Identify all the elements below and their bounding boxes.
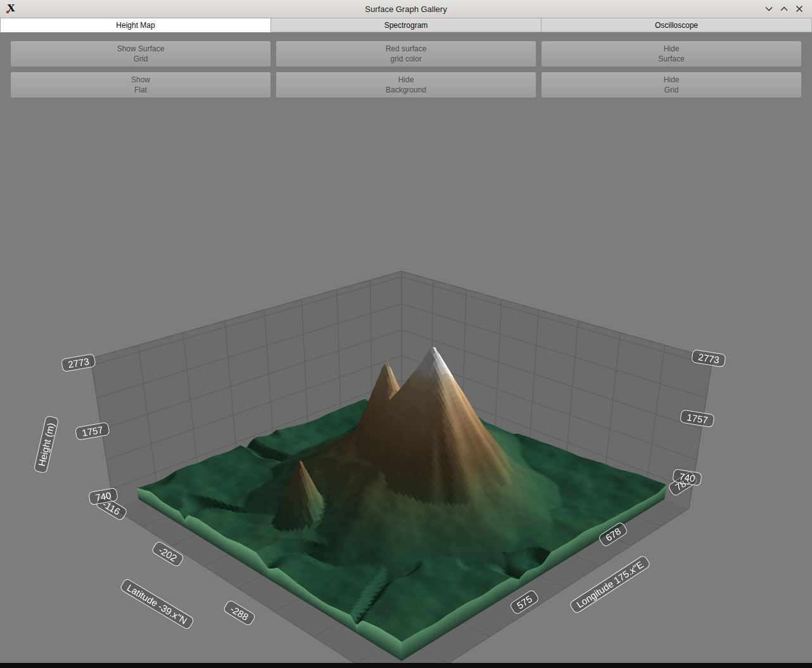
button-label: grid color [276,54,536,64]
bottom-screen-strip [0,663,812,668]
height-map-pane: Show Surface Grid Red surface grid color… [0,32,812,668]
titlebar: X Surface Graph Gallery [0,0,812,18]
surface-3d-plot[interactable] [0,134,812,668]
button-label: Grid [11,54,270,64]
button-label: Show [11,75,270,85]
tab-bar: Height Map Spectrogram Oscilloscope [0,18,812,32]
button-label: Hide [276,75,536,85]
control-button-grid: Show Surface Grid Red surface grid color… [10,41,802,98]
button-label: Flat [11,85,270,95]
surface-grid-color-button[interactable]: Red surface grid color [276,41,536,67]
hide-surface-button[interactable]: Hide Surface [541,41,802,67]
button-label: Red surface [276,44,536,54]
button-label: Background [276,85,536,95]
close-button[interactable] [792,1,807,16]
minimize-button[interactable] [761,1,777,16]
button-label: Hide [542,44,801,54]
chevron-down-icon [765,6,773,11]
hide-grid-button[interactable]: Hide Grid [541,72,802,98]
window-controls [761,0,807,18]
close-icon [796,5,803,13]
button-label: Hide [542,75,801,85]
button-label: Surface [542,54,801,64]
tab-height-map[interactable]: Height Map [0,18,271,32]
window-title: Surface Graph Gallery [0,4,812,14]
button-label: Show Surface [11,44,270,54]
x11-app-icon: X [6,3,16,14]
surface-3d-chart: -116-202-288-374781678575472277327731757… [0,134,812,668]
hide-background-button[interactable]: Hide Background [276,72,536,98]
show-surface-grid-button[interactable]: Show Surface Grid [10,41,271,67]
button-label: Grid [542,85,801,95]
maximize-button[interactable] [777,1,792,16]
tab-oscilloscope[interactable]: Oscilloscope [542,18,812,32]
chevron-up-icon [780,6,788,11]
show-flat-button[interactable]: Show Flat [10,72,271,98]
tab-spectrogram[interactable]: Spectrogram [271,18,542,32]
